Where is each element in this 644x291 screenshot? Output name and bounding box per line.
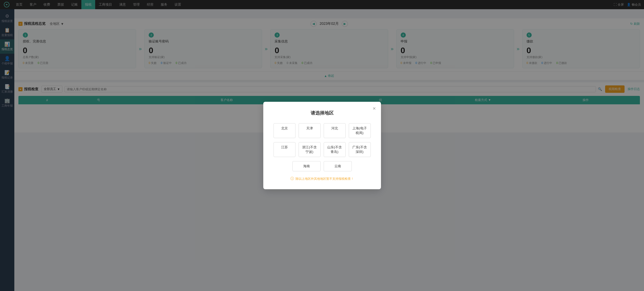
- modal-close-btn[interactable]: ✕: [371, 105, 377, 111]
- region-btn-hebei[interactable]: 河北: [324, 123, 346, 138]
- region-btn-jiangsu[interactable]: 江苏: [274, 142, 296, 157]
- region-btn-hainan[interactable]: 海南: [292, 161, 321, 171]
- modal-title: 请选择地区: [274, 110, 371, 116]
- warning-icon: ⓘ: [290, 176, 294, 181]
- region-btn-shanghai[interactable]: 上海(电子税局): [349, 123, 371, 138]
- region-grid-row3: 海南 云南: [274, 161, 371, 171]
- region-grid-row2: 江苏 浙江(不含宁波) 山东(不含青岛) 广东(不含深圳): [274, 142, 371, 157]
- region-select-modal: ✕ 请选择地区 北京 天津 河北 上海(电子税局) 江苏 浙江(不含宁波) 山东…: [263, 102, 381, 189]
- region-btn-zhejiang[interactable]: 浙江(不含宁波): [299, 142, 321, 157]
- region-btn-yunnan[interactable]: 云南: [324, 161, 352, 171]
- region-btn-tianjin[interactable]: 天津: [299, 123, 321, 138]
- warning-text: 除以上地区外其他地区暂不支持报税检查！: [296, 177, 354, 181]
- region-btn-shandong[interactable]: 山东(不含青岛): [324, 142, 346, 157]
- region-grid-row1: 北京 天津 河北 上海(电子税局): [274, 123, 371, 138]
- modal-overlay[interactable]: ✕ 请选择地区 北京 天津 河北 上海(电子税局) 江苏 浙江(不含宁波) 山东…: [0, 0, 644, 291]
- region-btn-beijing[interactable]: 北京: [274, 123, 296, 138]
- region-btn-guangdong[interactable]: 广东(不含深圳): [349, 142, 371, 157]
- modal-warning: ⓘ 除以上地区外其他地区暂不支持报税检查！: [274, 176, 371, 181]
